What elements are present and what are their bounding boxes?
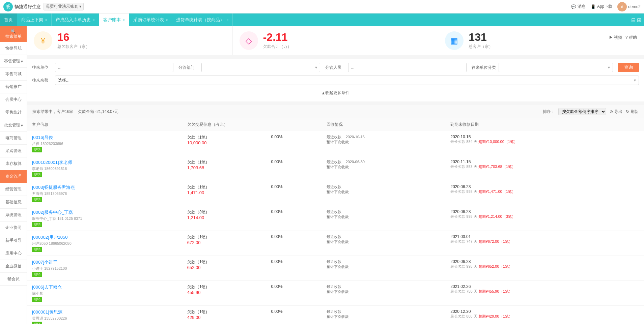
debt-amount: 1,214.00 bbox=[187, 215, 261, 220]
sidebar-search[interactable]: 🔍 搜索菜单 bbox=[0, 26, 27, 42]
sidebar-item-retail-stats[interactable]: 零售统计 bbox=[0, 106, 27, 119]
sidebar-item-wechat[interactable]: 企业微信 bbox=[0, 260, 27, 273]
dept-select[interactable]: ▾ bbox=[201, 63, 320, 72]
debt-count-cell: 欠款（1笔） 455.90 bbox=[182, 281, 266, 306]
app-download-btn[interactable]: 📱 App下载 bbox=[591, 4, 612, 9]
sidebar-item-basic-info[interactable]: 基础信息 bbox=[0, 196, 27, 209]
table-row: [0016]吕俊 吕俊 13026203696 现销 欠款（1笔） 10,000… bbox=[27, 131, 644, 156]
debt-count-cell: 欠款（1笔） 1,471.00 bbox=[182, 181, 266, 206]
video-icon: ▶ bbox=[609, 35, 613, 40]
video-btn[interactable]: ▶ 视频 bbox=[609, 35, 622, 40]
sidebar-item-marketing[interactable]: 营销推广 bbox=[0, 81, 27, 93]
debt-label: 欠款合计（万） bbox=[263, 44, 291, 50]
table-row: [0007]小进干 小进干 18279152100 现销 欠款（1笔） 652.… bbox=[27, 256, 644, 281]
help-btn[interactable]: ? 帮助 bbox=[625, 35, 637, 40]
message-btn[interactable]: 💬 消息 bbox=[571, 4, 586, 9]
status-badge: 现销 bbox=[32, 197, 42, 202]
col-customer-info: 客户信息 bbox=[27, 118, 182, 131]
debt-pct: 0.00% bbox=[271, 234, 283, 239]
balance-select[interactable]: 选择... ▾ bbox=[55, 76, 639, 85]
minimize-icon[interactable]: ⊟ bbox=[631, 17, 636, 23]
refresh-btn[interactable]: ↻ 刷新 bbox=[626, 109, 639, 115]
category-select[interactable]: ▾ bbox=[499, 63, 613, 72]
user-avatar[interactable]: d demo2 bbox=[617, 2, 641, 11]
message-icon: 💬 bbox=[571, 4, 576, 9]
collapse-filters-btn[interactable]: ▲ 收起更多条件 bbox=[32, 88, 639, 97]
customer-name[interactable]: [0016]吕俊 bbox=[32, 135, 177, 141]
source-unit-input[interactable]: ... bbox=[55, 63, 173, 72]
next-collection: 预计下次收款 bbox=[327, 140, 440, 145]
sidebar-item-quick-nav[interactable]: 快捷导航 bbox=[0, 42, 27, 55]
sidebar-item-purchase[interactable]: 采购管理 bbox=[0, 145, 27, 157]
debt-count: 欠款（1笔） bbox=[187, 259, 261, 265]
tab-customer-account[interactable]: 客户账本 × bbox=[99, 13, 129, 26]
sidebar-item-retail-management[interactable]: 零售管理 ▾ bbox=[0, 55, 27, 68]
overdue-amount[interactable]: 超期¥652.00（1笔） bbox=[478, 264, 512, 268]
tab-purchase-order[interactable]: 采购订单统计表 × bbox=[129, 13, 172, 26]
person-select[interactable]: ... bbox=[348, 63, 467, 72]
debt-count-cell: 欠款（1笔） 10,000.00 bbox=[182, 131, 266, 156]
sidebar-item-ecommerce[interactable]: 电商管理 bbox=[0, 132, 27, 145]
customer-name[interactable]: [0001020001]李老师 bbox=[32, 159, 177, 166]
debt-amount: -2.11 bbox=[263, 32, 291, 42]
sidebar-item-enterprise[interactable]: 企业协同 bbox=[0, 222, 27, 234]
tab-customer-account-close[interactable]: × bbox=[123, 18, 125, 22]
overdue-days: 最长欠款 747 天 超期¥672.00（1笔） bbox=[450, 239, 639, 244]
tab-production-history-close[interactable]: × bbox=[93, 18, 95, 22]
customer-name[interactable]: [0002]服务中心_丁磊 bbox=[32, 209, 177, 215]
tab-product-listing-label: 商品上下架 bbox=[21, 17, 43, 23]
sidebar-item-system[interactable]: 系统管理 bbox=[0, 209, 27, 222]
sidebar-item-app-center[interactable]: 应用中心 bbox=[0, 247, 27, 260]
debt-total-icon: ◇ bbox=[240, 31, 258, 50]
debt-pct-cell: 0.00% bbox=[266, 281, 322, 306]
tab-home[interactable]: 首页 bbox=[0, 13, 17, 26]
customers-label: 总客户（家） bbox=[469, 44, 493, 50]
sidebar-item-member[interactable]: 畅会员 bbox=[0, 273, 27, 286]
overdue-amount[interactable]: 超期¥1,214.00（3笔） bbox=[478, 214, 515, 218]
overdue-amount[interactable]: 超期¥1,703.68（1笔） bbox=[478, 165, 515, 169]
customer-info-cell: [0016]吕俊 吕俊 13026203696 现销 bbox=[27, 131, 182, 156]
chevron-down-icon: ▾ bbox=[608, 65, 610, 70]
tab-purchase-stats[interactable]: 进货单统计表（按商品） × bbox=[172, 13, 233, 26]
sidebar-item-wholesale-management[interactable]: 批发管理 ▾ bbox=[0, 119, 27, 132]
export-icon: ⊙ bbox=[610, 109, 613, 114]
customer-name[interactable]: [0003]畅捷服务尹海燕 bbox=[32, 184, 177, 190]
debt-count-cell: 欠款（1笔） 1,703.68 bbox=[182, 156, 266, 181]
sidebar-item-member-center[interactable]: 会员中心 bbox=[0, 93, 27, 106]
stat-actions: ▶ 视频 ? 帮助 bbox=[609, 31, 637, 40]
category-label: 往来单位分类 bbox=[472, 65, 496, 70]
maximize-icon[interactable]: ⊞ bbox=[637, 17, 641, 23]
customer-name[interactable]: [0007]小进干 bbox=[32, 259, 177, 265]
next-collection: 预计下次收款 bbox=[327, 214, 440, 219]
export-btn[interactable]: ⊙ 导出 bbox=[610, 109, 622, 115]
overdue-amount[interactable]: 超期¥455.90（1笔） bbox=[478, 289, 512, 293]
customer-name[interactable]: [0006]去下粮仓 bbox=[32, 284, 177, 290]
sidebar-item-finance[interactable]: 资金管理 bbox=[0, 170, 27, 183]
overdue-amount[interactable]: 超期¥10,000.00（1笔） bbox=[478, 140, 517, 144]
overdue-amount[interactable]: 超期¥429.00（1笔） bbox=[478, 314, 512, 318]
sidebar-item-guide[interactable]: 新手引导 bbox=[0, 234, 27, 247]
tab-production-history[interactable]: 产成品入库单历史 × bbox=[52, 13, 99, 26]
customer-name[interactable]: [000002]用户2050 bbox=[32, 234, 177, 240]
search-button[interactable]: 查询 bbox=[618, 63, 639, 72]
tab-purchase-stats-close[interactable]: × bbox=[226, 18, 228, 22]
debt-pct-cell: 0.00% bbox=[266, 306, 322, 324]
customer-phone: 服务中心_丁磊 181 0125 8371 bbox=[32, 216, 177, 221]
overdue-amount[interactable]: 超期¥1,471.00（1笔） bbox=[478, 189, 515, 194]
col-debt-info: 欠欠交易信息（占比） bbox=[182, 118, 322, 131]
tab-product-listing-close[interactable]: × bbox=[45, 18, 47, 22]
customer-name[interactable]: [000001]黄思源 bbox=[32, 309, 177, 315]
status-badge: 现销 bbox=[32, 247, 42, 252]
customer-phone: 黄思源 13552700226 bbox=[32, 316, 177, 321]
overdue-amount[interactable]: 超期¥672.00（1笔） bbox=[478, 239, 512, 243]
sidebar-item-inventory[interactable]: 库存核算 bbox=[0, 157, 27, 170]
customers-icon: ▦ bbox=[445, 31, 464, 50]
sidebar-item-retail-mall[interactable]: 零售商城 bbox=[0, 68, 27, 81]
sidebar-item-operations[interactable]: 经营管理 bbox=[0, 183, 27, 196]
sort-select[interactable]: 按欠款金额倒序排序 bbox=[558, 108, 606, 115]
debt-count: 欠款（1笔） bbox=[187, 234, 261, 240]
tab-product-listing[interactable]: 商品上下架 × bbox=[17, 13, 52, 26]
industry-selector[interactable]: 母婴行业演示账套 ▾ bbox=[44, 3, 84, 10]
nav-tabs-bar: 首页 商品上下架 × 产成品入库单历史 × 客户账本 × 采购订单统计表 × 进… bbox=[0, 13, 644, 26]
tab-purchase-order-close[interactable]: × bbox=[166, 18, 168, 22]
